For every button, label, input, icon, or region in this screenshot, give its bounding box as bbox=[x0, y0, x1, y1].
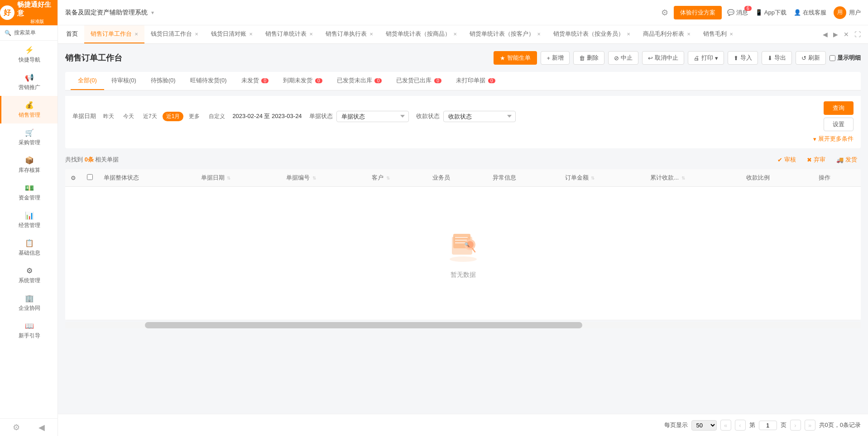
collapse-icon[interactable]: ◀ bbox=[38, 422, 45, 432]
ship-toolbar-btn[interactable]: 🚚 发货 bbox=[833, 154, 861, 166]
tab-close-icon[interactable]: ✕ bbox=[195, 32, 198, 37]
date-opt-more[interactable]: 更多 bbox=[185, 112, 203, 121]
tab-label: 钱货日清工作台 bbox=[151, 30, 192, 38]
sidebar-item-purchase[interactable]: 🛒 采购管理 bbox=[0, 123, 58, 151]
smart-create-button[interactable]: ★ 智能生单 bbox=[494, 51, 537, 65]
tab-sales-stat-staff[interactable]: 销货单统计表（按业务员） ✕ bbox=[547, 25, 637, 43]
tab-sales-execute[interactable]: 销售订单执行表 ✕ bbox=[319, 25, 379, 43]
system-title-text: 装备及固定资产辅助管理系统 bbox=[65, 9, 148, 17]
detail-checkbox[interactable] bbox=[830, 55, 835, 61]
sidebar-item-sales[interactable]: 💰 销售管理 bbox=[0, 96, 58, 123]
col-label: 操作 bbox=[819, 174, 830, 181]
tab-close-icon[interactable]: ✕ bbox=[453, 32, 457, 37]
tab-sales-stat-product[interactable]: 销货单统计表（按商品） ✕ bbox=[379, 25, 463, 43]
next-page-btn[interactable]: › bbox=[790, 420, 801, 431]
date-opt-custom[interactable]: 自定义 bbox=[205, 112, 229, 121]
message-center[interactable]: 💬 6 消息 bbox=[727, 9, 748, 17]
user-profile[interactable]: 用 用户 bbox=[834, 6, 861, 19]
tab-scroll-right-icon[interactable]: ▶ bbox=[831, 30, 840, 39]
sidebar-item-marketing[interactable]: 📢 营销推广 bbox=[0, 68, 58, 96]
sidebar-item-system[interactable]: ⚙ 系统管理 bbox=[0, 261, 58, 289]
col-header-number[interactable]: 单据编号 ⇅ bbox=[281, 169, 366, 187]
settings-icon[interactable]: ⚙ bbox=[13, 422, 20, 432]
cancel-review-toolbar-btn[interactable]: ✖ 弃审 bbox=[803, 154, 829, 166]
sidebar-item-basic-info[interactable]: 📋 基础信息 bbox=[0, 234, 58, 261]
col-header-date[interactable]: 单据日期 ⇅ bbox=[196, 169, 281, 187]
refresh-button[interactable]: ↺ 刷新 bbox=[796, 51, 826, 65]
date-opt-1month[interactable]: 近1月 bbox=[163, 112, 184, 121]
filter-settings-button[interactable]: 设置 bbox=[824, 118, 854, 131]
filter-tab-not-printed[interactable]: 未打印单据 0 bbox=[449, 72, 503, 90]
tab-sales-stat-customer[interactable]: 销货单统计表（按客户） ✕ bbox=[463, 25, 547, 43]
topbar-settings-btn[interactable]: ⚙ bbox=[661, 8, 668, 18]
tab-scroll-left-icon[interactable]: ◀ bbox=[821, 30, 830, 39]
filter-tab-wangpu[interactable]: 旺铺待发货(0) bbox=[183, 72, 234, 90]
per-page-select[interactable]: 10 20 50 100 bbox=[691, 420, 717, 431]
tab-fullscreen-icon[interactable]: ⛶ bbox=[853, 30, 863, 39]
sidebar-item-finance[interactable]: 💵 资金管理 bbox=[0, 179, 58, 206]
date-opt-today[interactable]: 今天 bbox=[120, 112, 138, 121]
expand-button[interactable]: ▾ 展开更多条件 bbox=[813, 135, 854, 143]
scrollbar-thumb[interactable] bbox=[145, 322, 582, 328]
delete-button[interactable]: 🗑 删除 bbox=[573, 51, 604, 65]
col-header-amount[interactable]: 订单金额 ⇅ bbox=[560, 169, 645, 187]
prev-page-btn[interactable]: ‹ bbox=[735, 420, 746, 431]
tab-close-all-icon[interactable]: ✕ bbox=[842, 30, 851, 39]
filter-tab-shipped-not-out[interactable]: 已发货未出库 0 bbox=[330, 72, 389, 90]
query-button[interactable]: 查询 bbox=[824, 101, 854, 115]
sidebar-item-guide[interactable]: 📖 新手引导 bbox=[0, 317, 58, 344]
filter-tab-shipped-out[interactable]: 已发货已出库 0 bbox=[389, 72, 449, 90]
tab-close-icon[interactable]: ✕ bbox=[369, 32, 373, 37]
tab-close-icon[interactable]: ✕ bbox=[537, 32, 541, 37]
sidebar-search[interactable]: 🔍 搜索菜单 bbox=[0, 25, 58, 41]
date-opt-7days[interactable]: 近7天 bbox=[139, 112, 161, 121]
import-button[interactable]: ⬆ 导入 bbox=[728, 51, 758, 65]
date-opt-yesterday[interactable]: 昨天 bbox=[100, 112, 118, 121]
tab-close-icon[interactable]: ✕ bbox=[134, 32, 138, 37]
stop-btn-label: 中止 bbox=[621, 54, 633, 62]
tab-home[interactable]: 首页 bbox=[60, 25, 84, 43]
trial-button[interactable]: 体验行业方案 bbox=[674, 6, 722, 19]
last-page-btn[interactable]: » bbox=[805, 420, 815, 431]
cancel-stop-button[interactable]: ↩ 取消中止 bbox=[642, 51, 684, 65]
tab-close-icon[interactable]: ✕ bbox=[729, 32, 733, 37]
filter-tab-not-shipped[interactable]: 未发货 0 bbox=[234, 72, 276, 90]
stop-button[interactable]: ⊘ 中止 bbox=[608, 51, 638, 65]
tab-close-icon[interactable]: ✕ bbox=[249, 32, 253, 37]
tab-cash-reconcile[interactable]: 钱货日清对账 ✕ bbox=[205, 25, 259, 43]
tab-gross-profit[interactable]: 商品毛利分析表 ✕ bbox=[637, 25, 697, 43]
tab-cash-daily[interactable]: 钱货日清工作台 ✕ bbox=[144, 25, 205, 43]
status-select[interactable]: 单据状态 bbox=[336, 111, 409, 122]
sidebar-item-enterprise[interactable]: 🏢 企业协同 bbox=[0, 289, 58, 317]
tab-close-icon[interactable]: ✕ bbox=[627, 32, 630, 37]
review-toolbar-btn[interactable]: ✔ 审核 bbox=[774, 154, 800, 166]
add-button[interactable]: + 新增 bbox=[541, 51, 570, 65]
col-header-collected[interactable]: 累计收款... ⇅ bbox=[645, 169, 740, 187]
first-page-btn[interactable]: « bbox=[720, 420, 731, 431]
online-service[interactable]: 👤 在线客服 bbox=[794, 9, 826, 17]
col-header-customer[interactable]: 客户 ⇅ bbox=[366, 169, 427, 187]
detail-toggle[interactable]: 显示明细 bbox=[830, 54, 861, 62]
page-input[interactable] bbox=[759, 421, 777, 430]
payment-select[interactable]: 收款状态 bbox=[443, 111, 516, 122]
tab-close-icon[interactable]: ✕ bbox=[309, 32, 313, 37]
sidebar-item-label: 销售管理 bbox=[19, 111, 40, 119]
settings-col-icon[interactable]: ⚙ bbox=[71, 175, 76, 181]
tab-close-icon[interactable]: ✕ bbox=[687, 32, 691, 37]
export-button[interactable]: ⬇ 导出 bbox=[762, 51, 792, 65]
sidebar-item-operations[interactable]: 📊 经营管理 bbox=[0, 206, 58, 234]
tab-sales-profit[interactable]: 销售毛利 ✕ bbox=[697, 25, 739, 43]
print-button[interactable]: 🖨 打印 ▾ bbox=[688, 51, 724, 65]
tab-sales-stats[interactable]: 销售订单统计表 ✕ bbox=[259, 25, 319, 43]
tab-sales-order-workbench[interactable]: 销售订单工作台 ✕ bbox=[84, 25, 144, 43]
select-all-checkbox[interactable] bbox=[87, 174, 93, 180]
sidebar-item-quick-nav[interactable]: ⚡ 快捷导航 bbox=[0, 41, 58, 68]
filter-tab-expired[interactable]: 到期未发货 0 bbox=[276, 72, 330, 90]
topbar-dropdown-icon[interactable]: ▾ bbox=[151, 9, 154, 16]
filter-tab-pending-check[interactable]: 待拣验(0) bbox=[144, 72, 183, 90]
horizontal-scrollbar[interactable] bbox=[65, 322, 861, 328]
filter-tab-pending-review[interactable]: 待审核(0) bbox=[104, 72, 144, 90]
app-download[interactable]: 📱 App下载 bbox=[755, 9, 786, 17]
sidebar-item-inventory[interactable]: 📦 库存核算 bbox=[0, 151, 58, 179]
filter-tab-all[interactable]: 全部(0) bbox=[71, 72, 104, 90]
